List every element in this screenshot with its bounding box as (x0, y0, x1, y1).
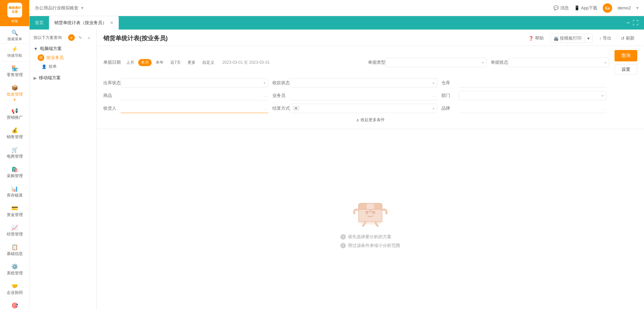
out-status-select[interactable]: ▾ (121, 78, 268, 88)
date-tab-last-month[interactable]: 上月 (123, 59, 137, 66)
print-dropdown-button[interactable]: ▾ (585, 35, 592, 42)
warehouse-label: 仓库 (441, 80, 459, 86)
sidebar-item-label: 电商管理 (7, 154, 23, 159)
tip-num-1: 1 (340, 234, 346, 240)
staff-label: 业务员 (272, 93, 290, 99)
sidebar-item-finance[interactable]: 💳 资金管理 (0, 202, 29, 221)
help-button[interactable]: ❓ 帮助 (526, 34, 546, 43)
page-actions: ❓ 帮助 🖨️ 按模板打印 ▾ ↑ 导出 (526, 34, 638, 43)
goods-dots-icon[interactable]: ... (263, 93, 267, 98)
tab-home[interactable]: 首页 (30, 16, 49, 30)
warehouse-dots-icon[interactable]: ... (601, 80, 605, 85)
dept-arrow-icon: ▾ (602, 94, 603, 98)
payment-label: 结算方式 (272, 105, 290, 111)
export-button[interactable]: ↑ 导出 (597, 34, 614, 43)
user-name[interactable]: demo2 (618, 5, 631, 10)
brand-dots-icon[interactable]: ... (601, 106, 605, 111)
left-panel: 按以下方案查询 + ✎ « ▼ 电脑端方案 按 按业务员 (30, 30, 97, 310)
empty-tip-1: 1 请先选择要分析的方案 (340, 234, 400, 240)
date-filter-group: 单据日期 上月 本月 本年 近7天 更多 自定义 2023-03-01 至 20… (103, 59, 364, 66)
collapse-panel-button[interactable]: « (86, 34, 92, 41)
dept-group: 部门 ▾ (441, 91, 606, 100)
tab-close-icon[interactable]: ✕ (110, 20, 113, 25)
sidebar-item-label: 采购管理 (7, 173, 23, 179)
staff-input[interactable]: ... (290, 91, 437, 100)
dept-label: 部门 (441, 93, 459, 99)
doc-status-select[interactable]: ▾ (508, 58, 609, 67)
settings-button[interactable]: 设置 (614, 64, 637, 75)
goods-label: 商品 (103, 93, 121, 99)
payment-arrow-icon: ▾ (433, 107, 434, 110)
desktop-scheme-node[interactable]: ▼ 电脑端方案 (30, 44, 96, 53)
date-tab-more[interactable]: 更多 (185, 59, 198, 66)
brand-input[interactable]: ... (459, 104, 606, 113)
message-button[interactable]: 💬 消息 (553, 5, 569, 11)
operation-icon: 📈 (11, 224, 18, 231)
query-button[interactable]: 查询 (614, 50, 637, 61)
desktop-scheme-arrow: ▼ (34, 46, 38, 51)
goods-input[interactable]: ... (121, 91, 268, 100)
refresh-button[interactable]: ↺ 刷新 (618, 34, 637, 43)
staff-dots-icon[interactable]: ... (432, 93, 436, 98)
collapse-button[interactable]: ∧ 收起更多条件 (356, 117, 385, 123)
sidebar-item-marketing[interactable]: 📢 营销推广 (0, 104, 29, 124)
sidebar-item-operation[interactable]: 📈 经营管理 (0, 221, 29, 241)
bystaff-scheme-item[interactable]: 按 按业务员 (30, 53, 96, 62)
payment-select[interactable]: × ▾ (290, 104, 437, 113)
edit-scheme-button[interactable]: ✎ (77, 34, 84, 41)
payment-tag-close[interactable]: × (295, 106, 297, 111)
sidebar-item-inventory[interactable]: 📊 库存核算 (0, 182, 29, 202)
receipt-status-group: 收款状态 ▾ (272, 78, 437, 88)
sidebar-item-sales[interactable]: 💰 销售管理 (0, 124, 29, 143)
mobile-scheme-node[interactable]: ▶ 移动端方案 (30, 73, 96, 82)
sidebar-quicknav-item[interactable]: ⚡ 快捷导航 (0, 44, 29, 62)
collapse-row: ∧ 收起更多条件 (103, 115, 637, 125)
sidebar-item-label: 零售管理 (7, 72, 23, 78)
empty-illustration (350, 188, 390, 228)
tab-maximize-icon[interactable]: ⛶ (633, 19, 639, 27)
receiver-dots-icon[interactable]: ... (263, 106, 267, 111)
sidebar-item-label: 营销推广 (7, 115, 23, 120)
print-button[interactable]: 🖨️ 按模板打印 (551, 34, 584, 43)
left-panel-header: 按以下方案查询 + ✎ « (30, 32, 96, 43)
sidebar-item-enterprise[interactable]: 🤝 企业协同 (0, 279, 29, 299)
sidebar-item-wholesale[interactable]: 📦 批发管理 ▲ (0, 81, 29, 104)
date-tab-7days[interactable]: 近7天 (168, 59, 183, 66)
sidebar-search-item[interactable]: 🔍 搜索菜单 (0, 26, 29, 44)
sidebar-item-system[interactable]: ⚙️ 系统管理 (0, 260, 29, 279)
app-download-button[interactable]: 📱 App下载 (574, 5, 597, 11)
receipt-status-select[interactable]: ▾ (290, 78, 437, 88)
tab-sales-stats[interactable]: 销货单统计表（按业务员） ✕ (49, 16, 119, 30)
byorder-scheme-item[interactable]: 👤 按单 (30, 62, 96, 71)
sidebar-item-basic[interactable]: 📋 基础信息 (0, 241, 29, 260)
bystaff-icon: 按 (38, 54, 44, 61)
avatar[interactable]: Ea (603, 3, 612, 13)
sidebar-menu: 🏪 零售管理 📦 批发管理 ▲ 📢 营销推广 💰 销售管理 🛒 电商管理 🛍️ … (0, 62, 29, 310)
filter-row-2: 出库状态 ▾ 收款状态 ▾ 仓库 (103, 78, 637, 88)
date-tab-this-month[interactable]: 本月 (138, 59, 152, 66)
sidebar-item-ecommerce[interactable]: 🛒 电商管理 (0, 143, 29, 163)
sidebar-item-purchase[interactable]: 🛍️ 采购管理 (0, 163, 29, 182)
message-icon: 💬 (553, 5, 559, 10)
tab-expand-button[interactable]: − ⛶ (626, 19, 639, 27)
add-scheme-button[interactable]: + (68, 34, 75, 41)
brand-label: 品牌 (441, 105, 459, 111)
goods-group: 商品 ... (103, 91, 268, 100)
date-tab-this-year[interactable]: 本年 (153, 59, 166, 66)
quick-nav-label: 快捷导航 (7, 53, 22, 58)
date-tab-custom[interactable]: 自定义 (200, 59, 217, 66)
warehouse-input[interactable]: ... (459, 78, 606, 88)
retail-icon: 🏪 (11, 65, 18, 71)
header-dropdown-icon[interactable]: ▾ (81, 5, 84, 10)
app-logo[interactable]: 畅捷通好生意 标版 (0, 0, 29, 26)
doc-type-select[interactable]: ▾ (385, 58, 486, 67)
desktop-scheme-section: ▼ 电脑端方案 按 按业务员 👤 按单 (30, 43, 96, 72)
sidebar-item-retail[interactable]: 🏪 零售管理 (0, 62, 29, 81)
tab-minimize-icon[interactable]: − (626, 19, 630, 27)
dept-select[interactable]: ▾ (459, 91, 606, 100)
receiver-input[interactable]: ... (121, 104, 268, 113)
sidebar-item-label: 销售管理 (7, 134, 23, 140)
sidebar-item-newbie[interactable]: 🎯 新手引导 (0, 299, 29, 310)
user-dropdown-icon[interactable]: ▾ (636, 5, 639, 10)
byorder-icon: 👤 (42, 64, 47, 69)
